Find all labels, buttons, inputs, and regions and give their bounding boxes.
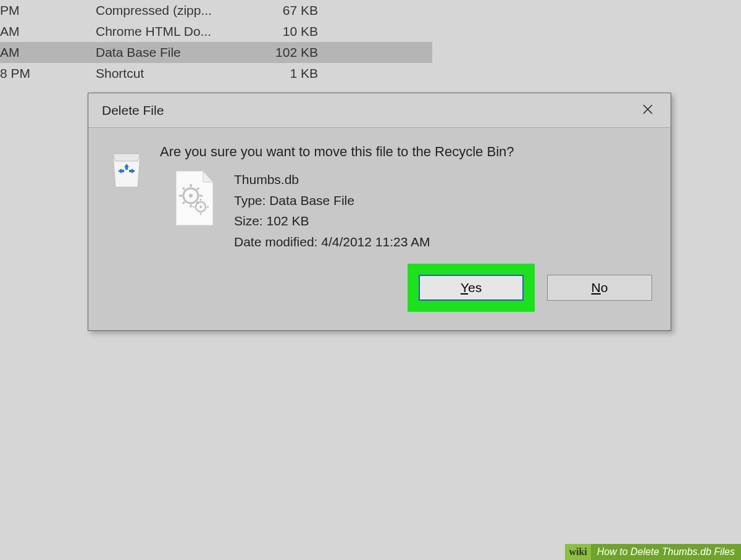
- close-icon[interactable]: [636, 100, 659, 121]
- cell-type: Chrome HTML Do...: [96, 24, 262, 39]
- dialog-titlebar[interactable]: Delete File: [88, 93, 671, 127]
- cell-type: Shortcut: [96, 66, 262, 81]
- dialog-button-row: Yes No: [107, 264, 652, 312]
- file-size: Size: 102 KB: [234, 211, 430, 231]
- file-type: Type: Data Base File: [234, 191, 430, 211]
- cell-size: 67 KB: [262, 3, 318, 18]
- table-row[interactable]: PM Compressed (zipp... 67 KB: [0, 0, 432, 21]
- recycle-bin-icon: [107, 146, 146, 190]
- file-list: PM Compressed (zipp... 67 KB AM Chrome H…: [0, 0, 432, 84]
- table-row[interactable]: 8 PM Shortcut 1 KB: [0, 63, 432, 84]
- table-row[interactable]: AM Chrome HTML Do... 10 KB: [0, 21, 432, 42]
- wikihow-logo: wiki: [565, 544, 590, 560]
- cell-time: PM: [0, 3, 96, 18]
- yes-button[interactable]: Yes: [419, 275, 524, 301]
- caption-bar: wiki How to Delete Thumbs.db Files: [565, 544, 741, 560]
- table-row-selected[interactable]: AM Data Base File 102 KB: [0, 42, 432, 63]
- cell-time: AM: [0, 24, 96, 39]
- dialog-body: Are you sure you want to move this file …: [88, 127, 671, 330]
- cell-size: 10 KB: [262, 24, 318, 39]
- delete-file-dialog: Delete File Are you sure you want to mov…: [88, 93, 671, 331]
- cell-size: 102 KB: [262, 45, 318, 60]
- file-name: Thumbs.db: [234, 170, 430, 190]
- instruction-highlight: Yes: [408, 264, 535, 312]
- cell-time: AM: [0, 45, 96, 60]
- cell-time: 8 PM: [0, 66, 96, 81]
- file-modified: Date modified: 4/4/2012 11:23 AM: [234, 232, 430, 252]
- svg-point-3: [199, 206, 202, 208]
- caption-text: How to Delete Thumbs.db Files: [591, 544, 741, 560]
- file-icon: [172, 170, 217, 227]
- cell-size: 1 KB: [262, 66, 318, 81]
- no-button[interactable]: No: [547, 275, 652, 301]
- cell-type: Data Base File: [96, 45, 262, 60]
- svg-point-1: [189, 194, 193, 198]
- cell-type: Compressed (zipp...: [96, 3, 262, 18]
- dialog-title: Delete File: [102, 103, 164, 118]
- dialog-question: Are you sure you want to move this file …: [160, 144, 652, 160]
- file-metadata: Thumbs.db Type: Data Base File Size: 102…: [234, 170, 430, 253]
